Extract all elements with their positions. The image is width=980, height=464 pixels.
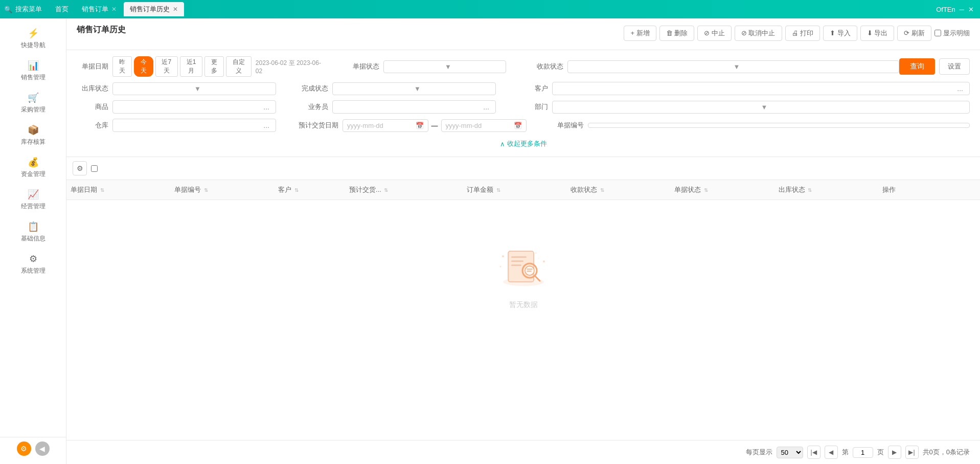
col-date-label: 单据日期 [71, 186, 97, 193]
date-btn-today[interactable]: 今天 [134, 56, 153, 77]
col-date[interactable]: 单据日期 ⇅ [66, 180, 170, 200]
date-btn-1month[interactable]: 近1月 [180, 56, 202, 77]
sidebar-collapse-icon[interactable]: ◀ [35, 441, 50, 456]
delivery-start-input[interactable]: yyyy-mm-dd 📅 [343, 119, 428, 132]
col-out-status[interactable]: 出库状态 ⇅ [774, 180, 878, 200]
table-footer: 每页显示 50 10 20 100 |◀ ◀ 第 页 ▶ ▶| 共0页，0条记录 [66, 440, 980, 464]
col-payment[interactable]: 收款状态 ⇅ [566, 180, 670, 200]
product-input-control[interactable]: ... [112, 100, 276, 114]
settings-button[interactable]: 设置 [939, 58, 970, 75]
salesperson-input[interactable]: ... [332, 100, 496, 114]
page-prev-btn[interactable]: ◀ [825, 446, 838, 459]
payment-status-arrow: ▼ [734, 63, 895, 71]
svg-text:~: ~ [538, 256, 540, 259]
warehouse-input-control[interactable]: ... [112, 119, 276, 132]
department-select[interactable]: ▼ [552, 101, 970, 114]
sidebar-settings-icon[interactable]: ⚙ [17, 441, 31, 456]
out-status-select[interactable]: ▼ [112, 82, 276, 95]
refresh-button[interactable]: ⟳ 刷新 [897, 26, 931, 41]
customer-dots-btn[interactable]: ... [955, 84, 965, 93]
print-button[interactable]: 🖨 打印 [785, 26, 821, 41]
search-icon: 🔍 [4, 6, 12, 13]
page-current-input[interactable] [853, 447, 873, 458]
delete-button[interactable]: 🗑 删除 [659, 26, 695, 41]
order-number-input-control[interactable] [588, 123, 970, 128]
col-action-label: 操作 [882, 186, 896, 193]
search-menu[interactable]: 🔍 搜索菜单 [4, 5, 42, 14]
sidebar-item-label-operations: 经营管理 [21, 202, 45, 211]
tab-sales-order-history[interactable]: 销售订单历史 ✕ [124, 2, 184, 16]
display-detail-checkbox[interactable]: 显示明细 [935, 29, 970, 38]
complete-status-select[interactable]: ▼ [332, 82, 496, 95]
payment-status-select[interactable]: ▼ [567, 60, 899, 73]
topbar-close-icon[interactable]: ✕ [968, 6, 974, 13]
out-status-arrow: ▼ [194, 85, 271, 93]
col-delivery-label: 预计交货... [349, 186, 381, 193]
payment-status-select-control[interactable]: ▼ [567, 60, 899, 73]
tab-sales-order-history-close[interactable]: ✕ [173, 6, 178, 13]
svg-rect-3 [511, 260, 523, 262]
page-last-btn[interactable]: ▶| [905, 446, 919, 459]
date-btn-yesterday[interactable]: 昨天 [112, 56, 132, 77]
sidebar-item-quick-nav[interactable]: ⚡ 快捷导航 [0, 23, 66, 55]
product-dots-btn[interactable]: ... [261, 103, 271, 111]
sidebar-item-sys-mgmt[interactable]: ⚙ 系统管理 [0, 248, 66, 280]
date-btn-more[interactable]: 更多 [204, 56, 224, 77]
col-amount[interactable]: 订单金额 ⇅ [463, 180, 566, 200]
sidebar-item-operations[interactable]: 📈 经营管理 [0, 184, 66, 216]
col-doc-status[interactable]: 单据状态 ⇅ [670, 180, 774, 200]
sidebar-item-base-info[interactable]: 📋 基础信息 [0, 216, 66, 248]
export-button[interactable]: ⬇ 导出 [860, 26, 895, 41]
empty-text: 暂无数据 [509, 300, 538, 310]
order-number-input[interactable] [588, 123, 970, 128]
stop-button[interactable]: ⊘ 中止 [697, 26, 732, 41]
col-doc-status-label: 单据状态 [674, 186, 701, 193]
date-filter-group: 昨天 今天 近7天 近1月 更多 自定义 2023-06-02 至 2023-0… [112, 56, 327, 77]
department-label: 部门 [516, 102, 552, 112]
status-select-arrow: ▼ [445, 63, 502, 71]
filter-row-1: 单据日期 昨天 今天 近7天 近1月 更多 自定义 2023-06-02 至 2… [77, 56, 970, 77]
calendar-end-icon[interactable]: 📅 [514, 122, 522, 129]
tab-sales-order-close[interactable]: ✕ [111, 6, 117, 13]
salesperson-dots-btn[interactable]: ... [481, 103, 491, 111]
date-btn-custom[interactable]: 自定义 [226, 56, 252, 77]
col-delivery[interactable]: 预计交货... ⇅ [345, 180, 463, 200]
salesperson-input-control[interactable]: ... [332, 100, 496, 114]
complete-status-select-control[interactable]: ▼ [332, 82, 496, 95]
tab-sales-order[interactable]: 销售订单 ✕ [76, 2, 123, 16]
warehouse-input[interactable]: ... [112, 119, 276, 132]
delivery-end-input[interactable]: yyyy-mm-dd 📅 [441, 119, 527, 132]
sidebar-item-purchase-mgmt[interactable]: 🛒 采购管理 [0, 87, 66, 119]
date-btn-7days[interactable]: 近7天 [155, 56, 178, 77]
col-customer[interactable]: 客户 ⇅ [274, 180, 345, 200]
table-settings-btn[interactable]: ⚙ [73, 161, 87, 175]
topbar-minus-icon[interactable]: ─ [960, 6, 964, 13]
sidebar-item-capital[interactable]: 💰 资金管理 [0, 151, 66, 184]
cancel-stop-button[interactable]: ⊘ 取消中止 [735, 26, 782, 41]
warehouse-dots-btn[interactable]: ... [261, 121, 271, 129]
customer-input-control[interactable]: ... [552, 82, 970, 95]
status-select[interactable]: ▼ [383, 60, 506, 73]
query-button[interactable]: 查询 [899, 58, 935, 75]
page-first-btn[interactable]: |◀ [807, 446, 821, 459]
sidebar-item-sales-mgmt[interactable]: 📊 销售管理 [0, 55, 66, 87]
sidebar-item-label-base-info: 基础信息 [21, 234, 45, 243]
page-size-select[interactable]: 50 10 20 100 [777, 447, 803, 458]
purchase-mgmt-icon: 🛒 [28, 92, 39, 103]
display-detail-input[interactable] [935, 30, 941, 36]
table-header-row: 单据日期 ⇅ 单据编号 ⇅ 客户 ⇅ 预计交货... [66, 180, 980, 200]
status-select-control[interactable]: ▼ [383, 60, 506, 73]
import-button[interactable]: ⬆ 导入 [823, 26, 857, 41]
new-button[interactable]: + 新增 [624, 26, 656, 41]
page-next-btn[interactable]: ▶ [888, 446, 901, 459]
collapse-row[interactable]: ∧ 收起更多条件 [77, 137, 970, 150]
tab-home[interactable]: 首页 [49, 2, 75, 16]
customer-input[interactable]: ... [552, 82, 970, 95]
col-number[interactable]: 单据编号 ⇅ [170, 180, 274, 200]
select-all-checkbox[interactable] [91, 165, 98, 172]
department-select-control[interactable]: ▼ [552, 101, 970, 114]
out-status-select-control[interactable]: ▼ [112, 82, 276, 95]
product-input[interactable]: ... [112, 100, 276, 114]
sidebar-item-inventory[interactable]: 📦 库存核算 [0, 119, 66, 151]
calendar-start-icon[interactable]: 📅 [416, 122, 424, 129]
